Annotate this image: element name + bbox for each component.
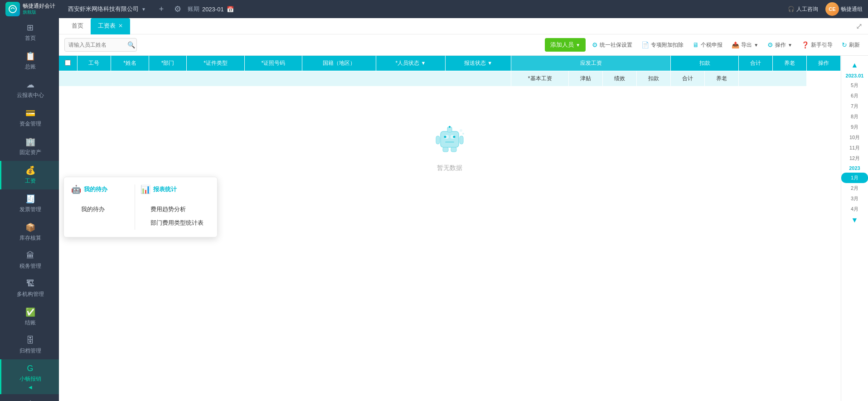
timeline-month-7[interactable]: 7月 — [841, 101, 868, 111]
export-button[interactable]: 📤 导出 ▼ — [729, 38, 761, 52]
popup-section-my-todo: 🤖 我的待办 我的待办 — [71, 184, 135, 230]
sidebar-item-fund[interactable]: 💳 资金管理 — [0, 104, 59, 132]
sidebar-item-ledger[interactable]: 📋 总账 — [0, 47, 59, 75]
timeline-year-label: 2023.01 — [846, 73, 864, 78]
settings-icon[interactable]: ⚙ — [171, 3, 184, 15]
add-person-button[interactable]: 添加人员 ▼ — [545, 38, 586, 52]
popup-item-my-todo[interactable]: 我的待办 — [71, 203, 129, 216]
user-profile[interactable]: CE 畅捷通组 — [825, 2, 863, 16]
sidebar-item-multi-org[interactable]: 🏗 多机构管理 — [0, 275, 59, 303]
tab-close-icon[interactable]: ✕ — [118, 23, 123, 29]
sidebar-item-basic[interactable]: ⚙ 基础设置 — [0, 394, 59, 401]
timeline-month-9[interactable]: 9月 — [841, 122, 868, 132]
popup-section1-title: 🤖 我的待办 — [71, 184, 129, 197]
select-all-checkbox[interactable] — [65, 60, 71, 66]
timeline-month-5[interactable]: 5月 — [841, 80, 868, 91]
asset-icon: 🏢 — [25, 137, 35, 147]
sidebar-item-asset[interactable]: 🏢 固定资产 — [0, 132, 59, 161]
timeline-month-1[interactable]: 1月 — [841, 173, 868, 183]
refresh-icon: ↻ — [842, 41, 847, 48]
sidebar-item-salary[interactable]: 💰 工资 — [0, 161, 59, 189]
tab-salary-label: 工资表 — [98, 22, 116, 30]
checkbox-header — [59, 56, 77, 71]
popup-dropdown: 🤖 我的待办 我的待办 📊 报表统计 费用趋势分析 部门费用类型统计表 — [63, 177, 218, 237]
add-button[interactable]: + — [155, 3, 168, 15]
timeline-month-8[interactable]: 8月 — [841, 111, 868, 122]
table-header-row: 工号 *姓名 *部门 *证件类型 *证照号码 国籍（地区） *人员状态 ▼ 报送… — [59, 56, 841, 71]
svg-rect-9 — [436, 136, 440, 144]
timeline-month-4[interactable]: 4月 — [841, 204, 868, 214]
popup-item-dept-cost[interactable]: 部门费用类型统计表 — [141, 216, 210, 230]
reportstatus-filter-icon[interactable]: ▼ — [487, 60, 492, 66]
dept-header: *部门 — [149, 56, 186, 71]
maximize-icon[interactable]: ⤢ — [856, 21, 863, 31]
sidebar-item-archive[interactable]: 🗄 归档管理 — [0, 331, 59, 359]
timeline-month-12[interactable]: 12月 — [841, 153, 868, 164]
reports-icon: 📊 — [141, 184, 150, 194]
sidebar-item-tax[interactable]: 🏛 税务管理 — [0, 246, 59, 275]
search-input[interactable] — [68, 42, 127, 48]
support-label: 人工咨询 — [796, 5, 818, 13]
company-selector[interactable]: 西安虾米网络科技有限公司 ▼ — [64, 3, 150, 15]
timeline-month-3[interactable]: 3月 — [841, 193, 868, 204]
sidebar-item-xiao-chang[interactable]: G 小畅报销 ◀ — [0, 359, 59, 394]
xiao-chang-icon: G — [27, 364, 33, 373]
sidebar-item-settle[interactable]: ✅ 结账 — [0, 303, 59, 331]
total-header: 合计 — [739, 56, 773, 71]
timeline-month-2[interactable]: 2月 — [841, 183, 868, 193]
export-icon: 📤 — [732, 41, 739, 48]
timeline-month-10[interactable]: 10月 — [841, 132, 868, 143]
logo-area: 畅捷通好会计 旗舰版 — [5, 2, 64, 16]
sidebar-label-settle: 结账 — [25, 319, 36, 327]
tab-home-label: 首页 — [72, 22, 83, 30]
calendar-icon[interactable]: 📅 — [227, 6, 234, 13]
right-timeline-panel: ▲ 2023.01 5月 6月 7月 8月 9月 10月 11月 12月 202… — [841, 56, 868, 401]
personstatus-filter-icon[interactable]: ▼ — [421, 60, 426, 66]
special-deduct-button[interactable]: 📄 专项附加扣除 — [639, 38, 686, 52]
new-guide-button[interactable]: ❓ 新手引导 — [799, 38, 835, 52]
headphone-icon: 🎧 — [788, 6, 795, 12]
idtype-header: *证件类型 — [187, 56, 244, 71]
refresh-button[interactable]: ↻ 刷新 — [839, 38, 863, 52]
sidebar-label-xiao-chang: 小畅报销 — [19, 375, 41, 383]
logo-text-block: 畅捷通好会计 旗舰版 — [23, 3, 55, 15]
operate-button[interactable]: ⚙ 操作 ▼ — [765, 38, 795, 52]
tab-home[interactable]: 首页 — [64, 18, 91, 34]
timeline-nav-up[interactable]: ▲ — [849, 59, 860, 71]
tab-salary-table[interactable]: 工资表 ✕ — [91, 18, 130, 34]
sidebar-label-cloud: 云报表中心 — [17, 92, 44, 99]
timeline-year-2023: 2023 — [849, 165, 860, 171]
social-insurance-button[interactable]: ⚙ 统一社保设置 — [589, 38, 635, 52]
dropdown-arrow-icon: ▼ — [576, 43, 580, 48]
operate-label: 操作 — [775, 41, 786, 49]
popup-item-cost-trend[interactable]: 费用趋势分析 — [141, 203, 210, 216]
avatar: CE — [825, 2, 839, 16]
tab-bar: 首页 工资表 ✕ ⤢ — [59, 18, 868, 34]
social-insurance-label: 统一社保设置 — [600, 41, 632, 49]
header-actions: + ⚙ — [155, 3, 184, 15]
sidebar-item-inventory[interactable]: 📦 库存核算 — [0, 218, 59, 246]
empty-icon — [432, 122, 468, 159]
sidebar-item-cloud-report[interactable]: ☁ 云报表中心 — [0, 75, 59, 104]
sidebar-item-home[interactable]: ⊞ 首页 — [0, 18, 59, 47]
add-person-label: 添加人员 — [550, 41, 574, 49]
cloud-icon: ☁ — [26, 80, 34, 90]
toolbar: 🔍 添加人员 ▼ ⚙ 统一社保设置 📄 专项附加扣除 🖥 个税申报 📤 — [59, 34, 868, 56]
timeline-nav-down[interactable]: ▼ — [849, 214, 860, 226]
svg-rect-11 — [443, 147, 448, 152]
sidebar-item-invoice[interactable]: 🧾 发票管理 — [0, 189, 59, 218]
company-name: 西安虾米网络科技有限公司 — [68, 5, 139, 13]
timeline-month-6[interactable]: 6月 — [841, 91, 868, 101]
personal-tax-button[interactable]: 🖥 个税申报 — [690, 38, 725, 52]
expand-icon: ◀ — [29, 385, 32, 390]
svg-rect-10 — [460, 136, 463, 144]
export-label: 导出 — [741, 41, 752, 49]
timeline-month-11[interactable]: 11月 — [841, 143, 868, 153]
support-button[interactable]: 🎧 人工咨询 — [788, 5, 818, 13]
svg-rect-1 — [441, 131, 459, 147]
inventory-icon: 📦 — [25, 222, 35, 232]
idno-header: *证照号码 — [244, 56, 302, 71]
multi-org-icon: 🏗 — [26, 279, 34, 289]
popup-section-reports: 📊 报表统计 费用趋势分析 部门费用类型统计表 — [141, 184, 210, 230]
my-todo-title: 我的待办 — [84, 185, 107, 193]
